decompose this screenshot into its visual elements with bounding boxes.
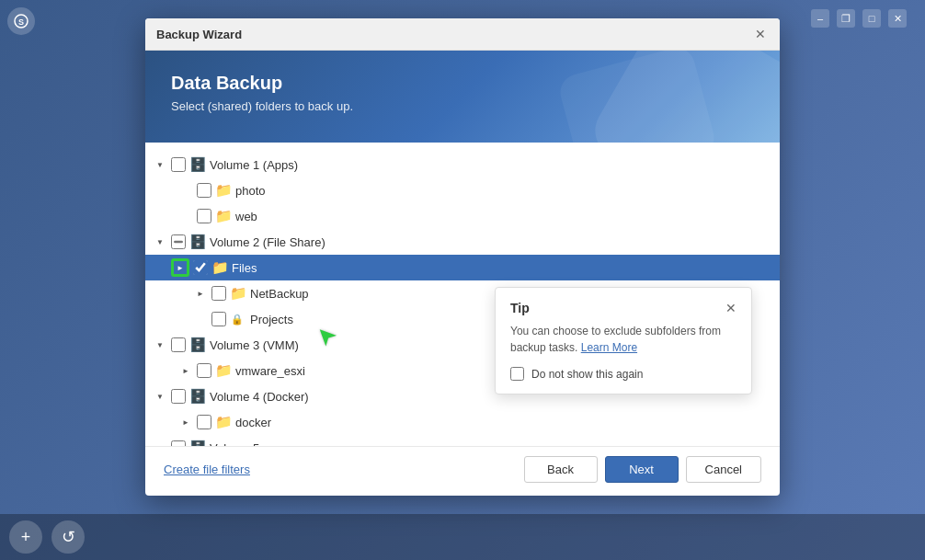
dialog-content: 🗄️ Volume 1 (Apps) 📁 photo 📁 [145,143,780,496]
folder-icon-vmware: 📁 [215,364,232,377]
toggle-docker[interactable] [178,415,193,429]
tree-item-web[interactable]: 📁 web [145,203,780,229]
db-icon-vol4: 🗄️ [189,390,206,403]
desktop: S – ❐ □ ✕ Backup Wizard ✕ Data Backup Se… [0,0,925,560]
footer-buttons: Back Next Cancel [524,456,761,483]
tip-close-button[interactable]: ✕ [725,301,737,315]
checkbox-files[interactable] [193,260,208,275]
folder-icon-files: 📁 [211,261,228,274]
label-vol4: Volume 4 (Docker) [210,390,309,404]
tip-title: Tip [510,301,530,315]
label-vol3: Volume 3 (VMM) [210,338,299,352]
checkbox-vmware[interactable] [197,363,211,378]
label-docker: docker [235,416,271,429]
next-button[interactable]: Next [605,456,679,483]
toggle-netbackup[interactable] [193,286,208,301]
checkbox-docker[interactable] [197,415,211,429]
toggle-vol5[interactable] [153,440,167,446]
dialog-header: Data Backup Select (shared) folders to b… [145,51,780,143]
checkbox-netbackup[interactable] [211,286,226,301]
create-filters-link[interactable]: Create file filters [164,463,250,476]
dialog-header-title: Data Backup [171,73,754,94]
dialog-close-button[interactable]: ✕ [752,26,769,42]
toggle-vmware[interactable] [178,363,193,378]
label-vol5: Volume 5 [210,441,259,447]
tip-text: You can choose to exclude subfolders fro… [510,323,737,356]
db-icon-vol1: 🗄️ [189,158,206,171]
checkbox-vol4[interactable] [171,389,186,404]
checkbox-web[interactable] [197,209,211,223]
label-projects: Projects [250,313,293,326]
tip-checkbox-row: Do not show this again [510,367,737,381]
folder-icon-docker: 📁 [215,416,232,429]
checkbox-photo[interactable] [197,183,211,198]
checkbox-vol2[interactable] [171,234,186,249]
label-files: Files [232,261,257,275]
history-button[interactable]: ↺ [51,520,85,554]
tree-item-vol2[interactable]: 🗄️ Volume 2 (File Share) [145,229,780,255]
label-web: web [235,210,257,223]
do-not-show-checkbox[interactable] [510,367,524,381]
toggle-vol4[interactable] [153,389,167,404]
tree-item-files[interactable]: 📁 Files [145,255,780,280]
backup-wizard-dialog: Backup Wizard ✕ Data Backup Select (shar… [145,18,780,496]
add-button[interactable]: + [9,520,42,554]
checkbox-vol3[interactable] [171,337,186,352]
label-vol1: Volume 1 (Apps) [210,158,298,172]
db-icon-vol2: 🗄️ [189,235,206,248]
dialog-header-subtitle: Select (shared) folders to back up. [171,99,754,113]
dialog-footer: Create file filters Back Next Cancel [145,446,780,496]
dialog-overlay: Backup Wizard ✕ Data Backup Select (shar… [0,0,925,514]
tree-item-vol1[interactable]: 🗄️ Volume 1 (Apps) [145,152,780,177]
tip-popup: Tip ✕ You can choose to exclude subfolde… [495,287,752,394]
checkbox-vol5[interactable] [171,440,186,446]
tip-header: Tip ✕ [510,301,737,315]
expand-files-button[interactable] [171,258,189,277]
tree-item-photo[interactable]: 📁 photo [145,177,780,203]
label-netbackup: NetBackup [250,287,309,301]
do-not-show-label: Do not show this again [531,368,643,381]
learn-more-link[interactable]: Learn More [581,341,637,354]
db-icon-vol3: 🗄️ [189,338,206,351]
folder-icon-projects: 🔒 [230,313,246,326]
cancel-button[interactable]: Cancel [686,456,761,483]
label-vol2: Volume 2 (File Share) [210,235,325,249]
label-vmware: vmware_esxi [235,364,305,378]
tree-item-docker[interactable]: 📁 docker [145,409,780,435]
tree-item-vol5[interactable]: 🗄️ Volume 5 [145,435,780,446]
folder-icon-web: 📁 [215,210,232,223]
folder-icon-photo: 📁 [215,184,232,197]
checkbox-vol1[interactable] [171,157,186,172]
toggle-vol1[interactable] [153,157,167,172]
taskbar: + ↺ [0,514,925,560]
back-button[interactable]: Back [524,456,598,483]
dialog-title: Backup Wizard [156,28,242,41]
db-icon-vol5: 🗄️ [189,441,206,446]
folder-icon-netbackup: 📁 [230,287,246,300]
label-photo: photo [235,184,266,198]
checkbox-projects[interactable] [211,312,226,326]
toggle-vol2[interactable] [153,234,167,249]
dialog-titlebar: Backup Wizard ✕ [145,18,780,51]
toggle-vol3[interactable] [153,337,167,352]
